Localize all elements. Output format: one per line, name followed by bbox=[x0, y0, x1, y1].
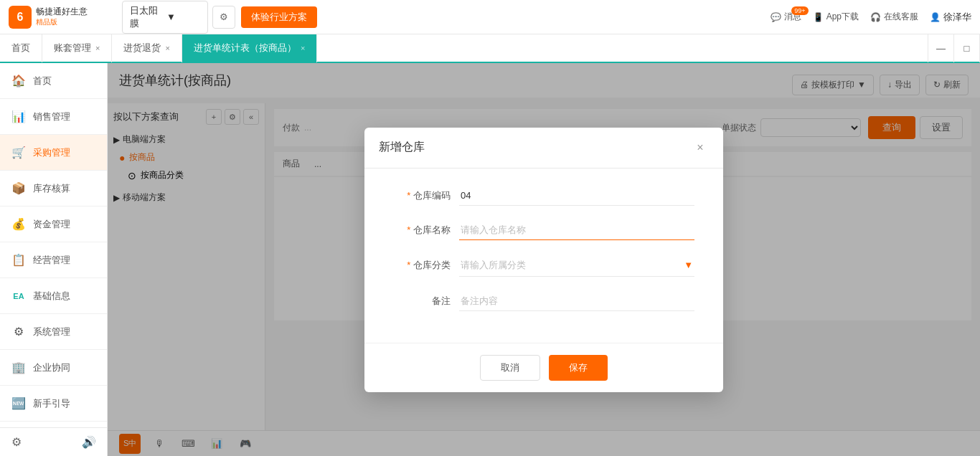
modal-title: 新增仓库 bbox=[379, 140, 425, 155]
tab-minimize-button[interactable]: — bbox=[928, 34, 954, 62]
sidebar-item-inventory[interactable]: 📦 库存核算 bbox=[0, 171, 107, 206]
sidebar-item-newbie[interactable]: 🆕 新手引导 bbox=[0, 386, 107, 422]
basic-info-icon: EA bbox=[11, 289, 26, 303]
modal-overlay: 新增仓库 × 仓库编码 仓库名称 仓 bbox=[108, 63, 980, 456]
purchase-icon: 🛒 bbox=[11, 146, 26, 160]
save-button[interactable]: 保存 bbox=[549, 355, 608, 381]
online-service-button[interactable]: 🎧 在线客服 bbox=[870, 11, 918, 23]
warehouse-code-label: 仓库编码 bbox=[393, 189, 451, 202]
tab-accounts[interactable]: 账套管理 × bbox=[42, 34, 112, 62]
sidebar-item-home[interactable]: 🏠 首页 bbox=[0, 63, 107, 99]
gear-button[interactable]: ⚙ bbox=[212, 6, 235, 29]
modal-close-button[interactable]: × bbox=[692, 139, 709, 156]
field-warehouse-code: 仓库编码 bbox=[393, 186, 694, 206]
logo-text: 畅捷通好生意 精品版 bbox=[36, 6, 88, 28]
tab-right-buttons: — □ bbox=[928, 34, 980, 62]
modal-header: 新增仓库 × bbox=[364, 128, 723, 168]
tab-purchase-return-close[interactable]: × bbox=[165, 44, 169, 52]
note-label: 备注 bbox=[393, 295, 451, 308]
tab-purchase-stat-label: 进货单统计表（按商品） bbox=[194, 42, 296, 54]
modal-new-warehouse: 新增仓库 × 仓库编码 仓库名称 仓 bbox=[364, 128, 723, 392]
sidebar-item-purchase[interactable]: 🛒 采购管理 bbox=[0, 135, 107, 171]
finance-icon: 💰 bbox=[11, 217, 26, 232]
tab-purchase-return-label: 进货退货 bbox=[123, 42, 161, 54]
chevron-down-icon: ▼ bbox=[166, 11, 200, 22]
main-layout: 🏠 首页 📊 销售管理 🛒 采购管理 📦 库存核算 💰 资金管理 📋 经营管理 … bbox=[0, 63, 980, 456]
inventory-icon: 📦 bbox=[11, 181, 26, 196]
content-area: 进货单统计(按商品) 🖨 按模板打印 ▼ ↓ 导出 ↻ 刷新 bbox=[108, 63, 980, 456]
tab-purchase-stat-close[interactable]: × bbox=[301, 44, 305, 52]
sidebar-item-finance[interactable]: 💰 资金管理 bbox=[0, 206, 107, 242]
cancel-button[interactable]: 取消 bbox=[480, 355, 540, 381]
warehouse-name-input[interactable] bbox=[459, 220, 694, 240]
warehouse-category-label: 仓库分类 bbox=[393, 259, 451, 272]
user-icon: 👤 bbox=[930, 12, 941, 22]
tab-purchase-stat[interactable]: 进货单统计表（按商品） × bbox=[182, 34, 317, 62]
sidebar-bottom: ⚙ 🔊 bbox=[0, 427, 108, 456]
sidebar-item-sales[interactable]: 📊 销售管理 bbox=[0, 99, 107, 135]
app-download-button[interactable]: 📱 App下载 bbox=[813, 11, 859, 23]
message-icon: 💬 bbox=[771, 12, 781, 22]
store-selector[interactable]: 日太阳膜 ▼ bbox=[122, 1, 208, 34]
field-warehouse-name: 仓库名称 bbox=[393, 220, 694, 240]
modal-body: 仓库编码 仓库名称 仓库分类 请输入所属分类 ▼ bbox=[364, 168, 723, 343]
logo-area: 6 畅捷通好生意 精品版 bbox=[9, 6, 116, 29]
message-button[interactable]: 💬 消息 99+ bbox=[771, 11, 801, 23]
tab-home-label: 首页 bbox=[11, 42, 30, 54]
phone-icon: 📱 bbox=[813, 12, 824, 22]
newbie-icon: 🆕 bbox=[11, 396, 26, 411]
warehouse-name-label: 仓库名称 bbox=[393, 224, 451, 237]
sidebar-settings-icon[interactable]: ⚙ bbox=[11, 435, 22, 449]
tab-purchase-return[interactable]: 进货退货 × bbox=[112, 34, 182, 62]
warehouse-code-input[interactable] bbox=[459, 186, 694, 206]
modal-footer: 取消 保存 bbox=[364, 343, 723, 392]
sales-icon: 📊 bbox=[11, 110, 26, 124]
logo-icon: 6 bbox=[9, 6, 32, 29]
operation-icon: 📋 bbox=[11, 253, 26, 267]
tab-bar: 首页 账套管理 × 进货退货 × 进货单统计表（按商品） × — □ bbox=[0, 34, 980, 63]
sidebar-item-basic[interactable]: EA 基础信息 bbox=[0, 278, 107, 314]
sidebar: 🏠 首页 📊 销售管理 🛒 采购管理 📦 库存核算 💰 资金管理 📋 经营管理 … bbox=[0, 63, 108, 456]
system-icon: ⚙ bbox=[11, 325, 26, 339]
note-input[interactable] bbox=[459, 291, 694, 311]
tab-accounts-label: 账套管理 bbox=[54, 42, 91, 54]
tab-maximize-button[interactable]: □ bbox=[954, 34, 980, 62]
tab-accounts-close[interactable]: × bbox=[95, 44, 100, 52]
sidebar-item-operation[interactable]: 📋 经营管理 bbox=[0, 242, 107, 278]
enterprise-icon: 🏢 bbox=[11, 361, 26, 375]
tab-home[interactable]: 首页 bbox=[0, 34, 42, 62]
user-menu[interactable]: 👤 徐泽华 bbox=[930, 11, 971, 24]
sidebar-item-enterprise[interactable]: 🏢 企业协同 bbox=[0, 350, 107, 386]
sidebar-speaker-icon[interactable]: 🔊 bbox=[82, 435, 96, 449]
category-chevron-icon: ▼ bbox=[684, 260, 693, 270]
warehouse-category-select[interactable]: 请输入所属分类 ▼ bbox=[459, 255, 694, 277]
headset-icon: 🎧 bbox=[870, 12, 881, 22]
sidebar-item-system[interactable]: ⚙ 系统管理 bbox=[0, 314, 107, 350]
field-note: 备注 bbox=[393, 291, 694, 311]
top-header: 6 畅捷通好生意 精品版 日太阳膜 ▼ ⚙ 体验行业方案 💬 消息 99+ 📱 … bbox=[0, 0, 980, 34]
field-warehouse-category: 仓库分类 请输入所属分类 ▼ bbox=[393, 255, 694, 277]
gear-icon: ⚙ bbox=[220, 11, 228, 22]
header-right: 💬 消息 99+ 📱 App下载 🎧 在线客服 👤 徐泽华 bbox=[771, 11, 971, 24]
home-icon: 🏠 bbox=[11, 74, 26, 88]
trial-button[interactable]: 体验行业方案 bbox=[241, 6, 317, 28]
